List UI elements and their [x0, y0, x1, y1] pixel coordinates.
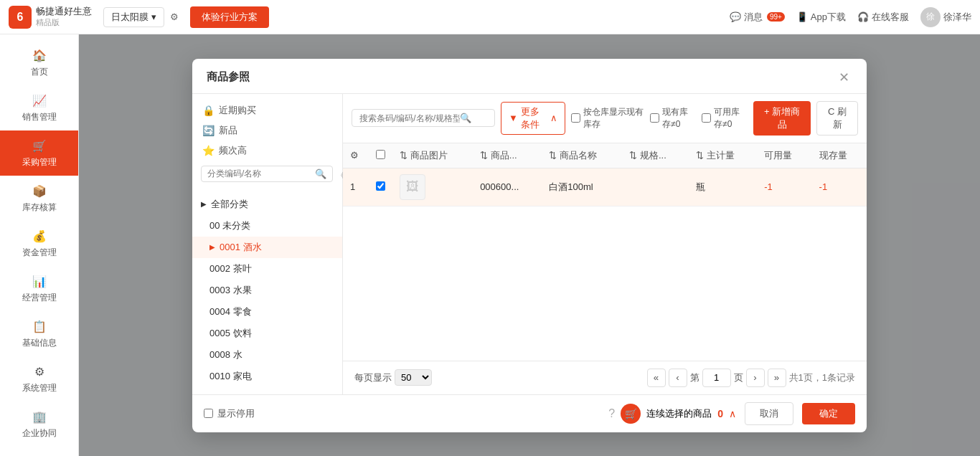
last-page-button[interactable]: »	[768, 369, 786, 387]
category-search-box[interactable]: 🔍	[201, 166, 333, 182]
row-available: -1	[757, 168, 811, 206]
page-number-input[interactable]	[702, 369, 731, 387]
cat-alcohol[interactable]: ▶ 0001 酒水	[192, 237, 342, 258]
close-icon[interactable]: ✕	[835, 69, 852, 86]
modal-right-panel: 🔍 ▼ 更多条件 ∧ 按仓库显示现有库存	[343, 94, 867, 394]
available-filter-checkbox[interactable]: 现有库存≠0	[650, 106, 696, 130]
logo-area: 6 畅捷通好生意 精品版	[9, 6, 92, 29]
new-product-filter[interactable]: 🔄 新品	[195, 121, 339, 140]
usable-checkbox[interactable]	[702, 113, 711, 123]
product-search-bar[interactable]: 🔍	[352, 109, 495, 127]
product-search-input[interactable]	[359, 113, 460, 123]
warehouse-checkbox[interactable]	[571, 113, 580, 123]
recent-buy-icon: 🔒	[202, 105, 215, 116]
messages-badge: 99+	[767, 12, 785, 22]
more-filter-button[interactable]: ▼ 更多条件 ∧	[501, 102, 565, 135]
available-checkbox[interactable]	[650, 113, 659, 123]
modal-footer: 显示停用 ? 🛒 连续选择的商品 0 ∧ 取消 确定	[192, 394, 867, 432]
online-service-button[interactable]: 🎧 在线客服	[857, 11, 909, 24]
category-search-input[interactable]	[207, 168, 315, 179]
add-product-button[interactable]: + 新增商品	[753, 101, 811, 136]
user-avatar[interactable]: 徐 徐泽华	[920, 7, 971, 27]
show-disabled-checkbox[interactable]: 显示停用	[204, 407, 255, 420]
content-area: 商品参照 ✕ 🔒 近期购买 🔄	[79, 34, 980, 456]
cat-fruit[interactable]: 0003 水果	[192, 280, 342, 301]
sidebar-label-purchase: 采购管理	[22, 156, 57, 168]
disabled-checkbox[interactable]	[204, 409, 213, 418]
cat-snacks[interactable]: 0004 零食	[192, 301, 342, 323]
page-size-select[interactable]: 50 100 200	[395, 369, 432, 386]
row-stock: -1	[812, 168, 867, 206]
sort-icon-unit[interactable]: ⇅	[696, 150, 704, 161]
cat-unsorted[interactable]: 00 未分类	[192, 215, 342, 237]
sidebar-item-guide[interactable]: 🔰 新手引导	[0, 447, 78, 456]
app-download-button[interactable]: 📱 App下载	[796, 11, 846, 24]
col-name: ⇅ 商品名称	[542, 143, 622, 168]
cat-all[interactable]: ▶ 全部分类	[192, 194, 342, 215]
sidebar-item-enterprise[interactable]: 🏢 企业协同	[0, 402, 78, 447]
row-spec	[622, 168, 689, 206]
sidebar-item-system[interactable]: ⚙ 系统管理	[0, 356, 78, 402]
search-icon[interactable]: 🔍	[460, 113, 471, 123]
page-size-selector[interactable]: 每页显示 50 100 200	[354, 369, 432, 386]
messages-button[interactable]: 💬 消息 99+	[730, 11, 785, 24]
table-header: ⚙ ⇅ 商品图片 ⇅ 商品... ⇅ 商品名称 ⇅ 规格... ⇅ 主计量 可用…	[343, 143, 867, 168]
modal-toolbar: 🔍 ▼ 更多条件 ∧ 按仓库显示现有库存	[343, 94, 867, 143]
warehouse-filter-checkbox[interactable]: 按仓库显示现有库存	[571, 106, 644, 130]
col-checkbox[interactable]	[369, 143, 392, 168]
cart-icon: 🛒	[621, 404, 641, 424]
next-page-button[interactable]: ›	[746, 369, 765, 387]
logo-icon: 6	[9, 6, 32, 29]
sidebar-label-inventory: 库存核算	[22, 201, 57, 214]
sort-icon-name[interactable]: ⇅	[549, 150, 557, 161]
new-product-icon: 🔄	[202, 125, 215, 136]
sidebar-item-finance[interactable]: 💰 资金管理	[0, 221, 78, 266]
row-checkbox-cell[interactable]	[369, 168, 392, 206]
cancel-button[interactable]: 取消	[745, 402, 793, 425]
sidebar-item-sales[interactable]: 📈 销售管理	[0, 85, 78, 130]
col-unit: ⇅ 主计量	[689, 143, 757, 168]
sort-icon-spec[interactable]: ⇅	[629, 150, 637, 161]
sidebar-label-finance: 资金管理	[22, 247, 57, 259]
nav-dropdown[interactable]: 日太阳膜 ▾	[103, 7, 164, 27]
logo-text: 畅捷通好生意	[36, 6, 92, 17]
sort-icon-code[interactable]: ⇅	[480, 150, 488, 161]
sidebar-item-home[interactable]: 🏠 首页	[0, 40, 78, 85]
cat-tea[interactable]: 0002 茶叶	[192, 258, 342, 280]
row-checkbox[interactable]	[376, 181, 385, 191]
sidebar-item-business[interactable]: 📊 经营管理	[0, 266, 78, 311]
refresh-button[interactable]: C 刷新	[816, 101, 858, 136]
first-page-button[interactable]: «	[647, 369, 666, 387]
sidebar-label-system: 系统管理	[22, 382, 57, 394]
collapse-icon[interactable]: ∧	[729, 408, 736, 419]
usable-filter-checkbox[interactable]: 可用库存≠0	[702, 106, 748, 130]
gear-icon[interactable]: ⚙	[164, 7, 184, 27]
help-icon[interactable]: ?	[608, 407, 615, 420]
select-all-checkbox[interactable]	[376, 150, 385, 159]
prev-page-button[interactable]: ‹	[669, 369, 687, 387]
sidebar-item-inventory[interactable]: 📦 库存核算	[0, 176, 78, 221]
recent-buy-filter[interactable]: 🔒 近期购买	[195, 101, 339, 120]
confirm-button[interactable]: 确定	[802, 403, 855, 424]
selected-count: 0	[717, 408, 723, 419]
row-img-cell: 🖼	[392, 168, 473, 206]
sidebar-label-sales: 销售管理	[22, 111, 57, 123]
chevron-down-icon: ▾	[151, 11, 156, 22]
frequent-filter[interactable]: ⭐ 频次高	[195, 141, 339, 160]
sidebar-item-purchase[interactable]: 🛒 采购管理	[0, 130, 78, 176]
product-table: ⚙ ⇅ 商品图片 ⇅ 商品... ⇅ 商品名称 ⇅ 规格... ⇅ 主计量 可用…	[343, 143, 867, 361]
sort-icon[interactable]: ⇅	[400, 150, 407, 161]
sidebar-item-basics[interactable]: 📋 基础信息	[0, 311, 78, 356]
table-row[interactable]: 1 🖼 000600... 白酒100ml 瓶	[343, 168, 867, 206]
cat-water[interactable]: 0008 水	[192, 344, 342, 366]
business-icon: 📊	[32, 273, 47, 289]
chevron-up-icon: ∧	[550, 113, 557, 123]
exp-button[interactable]: 体验行业方案	[190, 6, 269, 28]
cat-appliances[interactable]: 0010 家电	[192, 366, 342, 387]
modal-title: 商品参照	[207, 70, 250, 84]
category-search-icon[interactable]: 🔍	[315, 168, 326, 179]
continuous-select: ? 🛒 连续选择的商品 0 ∧	[608, 404, 736, 424]
col-available: 可用量	[757, 143, 811, 168]
col-settings[interactable]: ⚙	[343, 143, 369, 168]
cat-drinks[interactable]: 0005 饮料	[192, 323, 342, 344]
